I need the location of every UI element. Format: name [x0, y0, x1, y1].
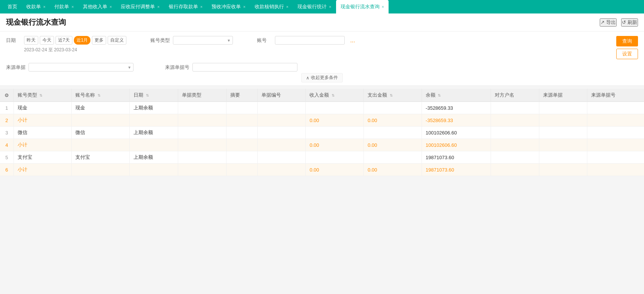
- close-icon[interactable]: ×: [157, 4, 159, 9]
- date-today[interactable]: 今天: [40, 36, 54, 45]
- date-7days[interactable]: 近7天: [56, 36, 72, 45]
- cell-account_type: 小计: [14, 139, 72, 151]
- cell-doc_no: [257, 164, 306, 176]
- col-account-name[interactable]: 账号名称 ⇅: [72, 89, 130, 102]
- date-label: 日期: [6, 37, 21, 44]
- nav-receipt[interactable]: 收款单 ×: [22, 0, 50, 13]
- cell-source_doc_no: [587, 114, 644, 127]
- cell-doc_no: [257, 151, 306, 164]
- source-doc-select[interactable]: [29, 63, 134, 72]
- cell-expense: [364, 151, 422, 164]
- close-icon[interactable]: ×: [43, 4, 45, 9]
- nav-adjustment[interactable]: 应收应付调整单 ×: [116, 0, 164, 13]
- cell-account_name: [72, 114, 130, 127]
- cell-balance: 100102606.60: [422, 127, 491, 139]
- nav-payment[interactable]: 付款单 ×: [50, 0, 78, 13]
- col-account-type[interactable]: 账号类型 ⇅: [14, 89, 72, 102]
- col-summary[interactable]: 摘要: [226, 89, 257, 102]
- cell-num: 4: [0, 139, 14, 151]
- cell-num: 1: [0, 102, 14, 114]
- cell-expense: 0.00: [364, 164, 422, 176]
- cell-counterpart: [491, 164, 539, 176]
- col-income[interactable]: 收入金额 ⇅: [306, 89, 364, 102]
- export-button[interactable]: ↗ 导出: [600, 18, 617, 27]
- cell-summary: [226, 127, 257, 139]
- source-doc-no-input[interactable]: [192, 63, 297, 72]
- cell-date: 上期余额: [129, 151, 178, 164]
- nav-writeoff[interactable]: 收款核销执行 ×: [250, 0, 293, 13]
- nav-cash-stat[interactable]: 现金银行统计 ×: [293, 0, 336, 13]
- cell-source_doc_no: [587, 102, 644, 114]
- settings-button[interactable]: 设置: [616, 49, 638, 59]
- cell-source_doc_no: [587, 127, 644, 139]
- cell-num: 6: [0, 164, 14, 176]
- cell-doc_no: [257, 127, 306, 139]
- collapse-bar: ∧ 收起更多条件: [6, 73, 638, 82]
- close-icon[interactable]: ×: [200, 4, 203, 9]
- cell-account_name: [72, 164, 130, 176]
- refresh-button[interactable]: ↺ 刷新: [621, 18, 638, 27]
- close-icon[interactable]: ×: [286, 4, 288, 9]
- col-source-doc[interactable]: 来源单据: [539, 89, 587, 102]
- cell-expense: [364, 102, 422, 114]
- cell-counterpart: [491, 151, 539, 164]
- cell-income: [306, 151, 364, 164]
- cell-doc_type: [178, 102, 226, 114]
- col-expense[interactable]: 支出金额 ⇅: [364, 89, 422, 102]
- col-date[interactable]: 日期 ⇅: [129, 89, 178, 102]
- close-icon[interactable]: ×: [243, 4, 245, 9]
- nav-cash-flow[interactable]: 现金银行流水查询 ×: [336, 0, 389, 13]
- date-more[interactable]: 更多: [92, 36, 106, 45]
- account-type-select[interactable]: 现金 微信 支付宝: [173, 36, 233, 45]
- cell-expense: 0.00: [364, 139, 422, 151]
- cell-summary: [226, 102, 257, 114]
- nav-home[interactable]: 首页: [3, 0, 22, 13]
- col-source-doc-no[interactable]: 来源单据号: [587, 89, 644, 102]
- nav-bank-deposit[interactable]: 银行存取款单 ×: [164, 0, 207, 13]
- account-dots-button[interactable]: ...: [348, 36, 357, 45]
- close-icon[interactable]: ×: [110, 4, 112, 9]
- cell-income: [306, 127, 364, 139]
- account-label: 账号: [257, 37, 272, 44]
- col-doc-no[interactable]: 单据编号: [257, 89, 306, 102]
- nav-pre-receipt[interactable]: 预收冲应收单 ×: [207, 0, 250, 13]
- collapse-button[interactable]: ∧ 收起更多条件: [301, 73, 343, 82]
- close-icon[interactable]: ×: [382, 4, 384, 9]
- cell-doc_type: [178, 139, 226, 151]
- cell-num: 2: [0, 114, 14, 127]
- cell-balance: 19871073.60: [422, 164, 491, 176]
- account-input[interactable]: [275, 36, 345, 45]
- date-yesterday[interactable]: 昨天: [24, 36, 38, 45]
- date-1month[interactable]: 近1月: [74, 36, 91, 45]
- col-balance[interactable]: 余额 ⇅: [422, 89, 491, 102]
- filter-area: 日期 昨天 今天 近7天 近1月 更多 自定义 2023-02-24 至 202…: [0, 31, 644, 86]
- page-header: 现金银行流水查询 ↗ 导出 ↺ 刷新: [0, 13, 644, 31]
- cell-doc_no: [257, 102, 306, 114]
- col-counterpart[interactable]: 对方户名: [491, 89, 539, 102]
- cell-account_name: 微信: [72, 127, 130, 139]
- source-doc-label: 来源单据: [6, 64, 26, 71]
- table-body: 1现金现金上期余额-3528659.332小计0.000.00-3528659.…: [0, 102, 644, 176]
- col-doc-type[interactable]: 单据类型: [178, 89, 226, 102]
- cell-balance: -3528659.33: [422, 114, 491, 127]
- close-icon[interactable]: ×: [71, 4, 74, 9]
- nav-other-income[interactable]: 其他收入单 ×: [78, 0, 116, 13]
- source-doc-no-label: 来源单据号: [165, 64, 189, 71]
- cell-account_type: 小计: [14, 164, 72, 176]
- cell-counterpart: [491, 114, 539, 127]
- table-header-row: ⚙ 账号类型 ⇅ 账号名称 ⇅ 日期 ⇅ 单据类型 摘要 单据编号 收入金额 ⇅…: [0, 89, 644, 102]
- cell-counterpart: [491, 102, 539, 114]
- cell-counterpart: [491, 139, 539, 151]
- cell-expense: [364, 127, 422, 139]
- date-custom[interactable]: 自定义: [108, 36, 126, 45]
- data-table-wrapper: ⚙ 账号类型 ⇅ 账号名称 ⇅ 日期 ⇅ 单据类型 摘要 单据编号 收入金额 ⇅…: [0, 89, 644, 176]
- page-title: 现金银行流水查询: [6, 17, 66, 27]
- close-icon[interactable]: ×: [329, 4, 331, 9]
- cell-account_type: 小计: [14, 114, 72, 127]
- query-button[interactable]: 查询: [616, 36, 638, 46]
- cell-expense: 0.00: [364, 114, 422, 127]
- cell-account_name: 现金: [72, 102, 130, 114]
- date-buttons: 昨天 今天 近7天 近1月 更多 自定义: [24, 36, 126, 45]
- cell-source_doc_no: [587, 164, 644, 176]
- col-gear[interactable]: ⚙: [0, 89, 14, 102]
